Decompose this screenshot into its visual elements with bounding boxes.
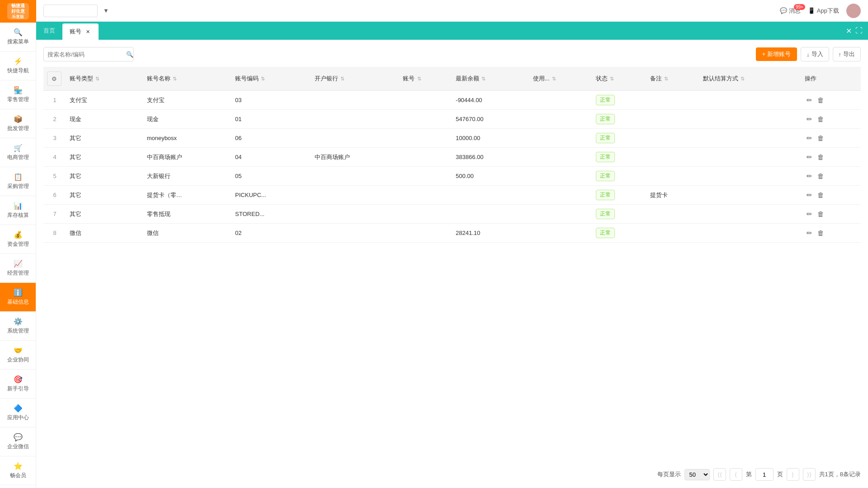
pagination: 每页显示 50 100 ⟨⟨ ⟨ 第 页 ⟩ ⟩⟩ 共1页，8条记录 — [43, 463, 861, 481]
app-center-icon: 🔷 — [14, 404, 23, 413]
topbar-search-input[interactable] — [43, 5, 98, 17]
table-row: 6其它提货卡（零…PICKUPC...正常提货卡 ✏ 🗑 — [43, 186, 861, 205]
delete-button[interactable]: 🗑 — [816, 228, 826, 238]
sidebar-item-quick-nav[interactable]: ⚡快捷导航 — [0, 52, 36, 80]
cell-action: ✏ 🗑 — [801, 167, 861, 186]
edit-button[interactable]: ✏ — [805, 133, 814, 143]
next-page-button[interactable]: ⟩ — [787, 468, 799, 481]
search-input[interactable] — [47, 51, 123, 58]
delete-button[interactable]: 🗑 — [816, 190, 826, 200]
cell-balance: -90444.00 — [452, 91, 529, 110]
logo-text: 畅捷通好生意乐意版 — [11, 3, 25, 19]
cell-default-settle — [699, 91, 801, 110]
message-icon: 💬 — [780, 7, 787, 14]
sidebar-item-wholesale-mgmt[interactable]: 📦批发管理 — [0, 109, 36, 138]
table-settings-icon[interactable]: ⚙ — [47, 71, 61, 86]
col-label: 备注 — [650, 75, 662, 82]
sidebar-item-enterprise-wechat[interactable]: 💬企业微信 — [0, 427, 36, 456]
import-button[interactable]: ↓ 导入 — [801, 47, 829, 61]
edit-button[interactable]: ✏ — [805, 114, 814, 124]
delete-button[interactable]: 🗑 — [816, 133, 826, 143]
sidebar-item-operations-mgmt[interactable]: 📈经营管理 — [0, 254, 36, 283]
fund-mgmt-icon: 💰 — [14, 230, 23, 239]
col-label: 状态 — [596, 75, 608, 82]
sort-icon: ⇅ — [94, 76, 99, 81]
sidebar-item-search-menu[interactable]: 🔍搜索菜单 — [0, 23, 36, 52]
logo-inner: 畅捷通好生意乐意版 — [7, 3, 29, 19]
add-account-button[interactable]: + 新增账号 — [756, 47, 797, 61]
sidebar-item-inventory-calc[interactable]: 📊库存核算 — [0, 196, 36, 225]
sidebar-item-basic-info[interactable]: ℹ️基础信息 — [0, 283, 36, 312]
tab-close-icon[interactable]: ✕ — [84, 28, 91, 35]
edit-button[interactable]: ✏ — [805, 152, 814, 162]
cell-remark: 提货卡 — [646, 186, 699, 205]
sidebar-item-enterprise-agreement[interactable]: 🤝企业协同 — [0, 341, 36, 370]
edit-button[interactable]: ✏ — [805, 190, 814, 200]
app-download-button[interactable]: 📱 App下载 — [808, 7, 839, 15]
maximize-icon[interactable]: ⛶ — [855, 27, 863, 35]
edit-button[interactable]: ✏ — [805, 95, 814, 105]
col-account_no[interactable]: 账号 ⇅ — [399, 67, 452, 91]
col-bank[interactable]: 开户银行 ⇅ — [311, 67, 399, 91]
page-label: 第 — [746, 470, 752, 479]
export-button[interactable]: ↑ 导出 — [833, 47, 861, 61]
sidebar-item-retail-mgmt[interactable]: 🏪零售管理 — [0, 80, 36, 109]
wholesale-mgmt-icon: 📦 — [14, 115, 23, 123]
cell-action: ✏ 🗑 — [801, 148, 861, 167]
sidebar-item-ecommerce-mgmt[interactable]: 🛒电商管理 — [0, 138, 36, 167]
message-button[interactable]: 💬 消息 99+ — [780, 7, 801, 15]
delete-button[interactable]: 🗑 — [816, 152, 826, 162]
delete-button[interactable]: 🗑 — [816, 114, 826, 124]
main-area: ▼ 💬 消息 99+ 📱 App下载 首页账号✕ ✕ ⛶ — [36, 0, 868, 488]
delete-button[interactable]: 🗑 — [816, 209, 826, 219]
last-page-button[interactable]: ⟩⟩ — [803, 468, 816, 481]
cell-remark — [646, 224, 699, 243]
cell-remark — [646, 129, 699, 148]
cell-code: STORED... — [231, 205, 311, 224]
cell-bank — [311, 224, 399, 243]
sidebar-item-purchase-mgmt[interactable]: 📋采购管理 — [0, 167, 36, 196]
col-balance[interactable]: 最新余额 ⇅ — [452, 67, 529, 91]
sidebar-item-vip-member[interactable]: ⭐畅会员 — [0, 456, 36, 485]
sidebar-item-newbie-guide[interactable]: 🎯新手引导 — [0, 370, 36, 399]
topbar-dropdown[interactable]: ▼ — [103, 7, 109, 14]
edit-button[interactable]: ✏ — [805, 228, 814, 238]
col-name[interactable]: 账号名称 ⇅ — [143, 67, 231, 91]
cell-bank — [311, 186, 399, 205]
first-page-button[interactable]: ⟨⟨ — [713, 468, 726, 481]
tab-account[interactable]: 账号✕ — [62, 23, 99, 40]
delete-button[interactable]: 🗑 — [816, 95, 826, 105]
cell-status: 正常 — [592, 186, 647, 205]
tab-home[interactable]: 首页 — [36, 22, 62, 40]
edit-button[interactable]: ✏ — [805, 209, 814, 219]
cell-bank: 中百商场账户 — [311, 148, 399, 167]
sidebar-item-fund-mgmt[interactable]: 💰资金管理 — [0, 225, 36, 254]
col-type[interactable]: 账号类型 ⇅ — [66, 67, 143, 91]
close-tab-icon[interactable]: ✕ — [846, 27, 852, 35]
cell-type: 其它 — [66, 205, 143, 224]
cell-account_no — [399, 167, 452, 186]
cell-default-settle — [699, 148, 801, 167]
avatar[interactable] — [846, 4, 861, 18]
col-label: 使用... — [533, 75, 550, 82]
per-page-select[interactable]: 50 100 — [684, 469, 710, 480]
cell-remark — [646, 91, 699, 110]
col-status[interactable]: 状态 ⇅ — [592, 67, 647, 91]
cell-remark — [646, 148, 699, 167]
col-usage[interactable]: 使用... ⇅ — [529, 67, 592, 91]
toolbar-right: + 新增账号 ↓ 导入 ↑ 导出 — [756, 47, 861, 61]
prev-page-button[interactable]: ⟨ — [730, 468, 742, 481]
delete-button[interactable]: 🗑 — [816, 171, 826, 181]
col-code[interactable]: 账号编码 ⇅ — [231, 67, 311, 91]
status-badge: 正常 — [596, 95, 615, 105]
status-badge: 正常 — [596, 228, 615, 238]
sidebar-item-system-mgmt[interactable]: ⚙️系统管理 — [0, 312, 36, 341]
col-remark[interactable]: 备注 ⇅ — [646, 67, 699, 91]
sidebar-item-app-center[interactable]: 🔷应用中心 — [0, 399, 36, 427]
edit-button[interactable]: ✏ — [805, 171, 814, 181]
tab-label: 首页 — [43, 27, 55, 35]
export-icon: ↑ — [839, 51, 842, 58]
col-default_settle[interactable]: 默认结算方式 ⇅ — [699, 67, 801, 91]
search-box[interactable]: 🔍 — [43, 47, 134, 61]
page-number-input[interactable] — [755, 468, 774, 481]
